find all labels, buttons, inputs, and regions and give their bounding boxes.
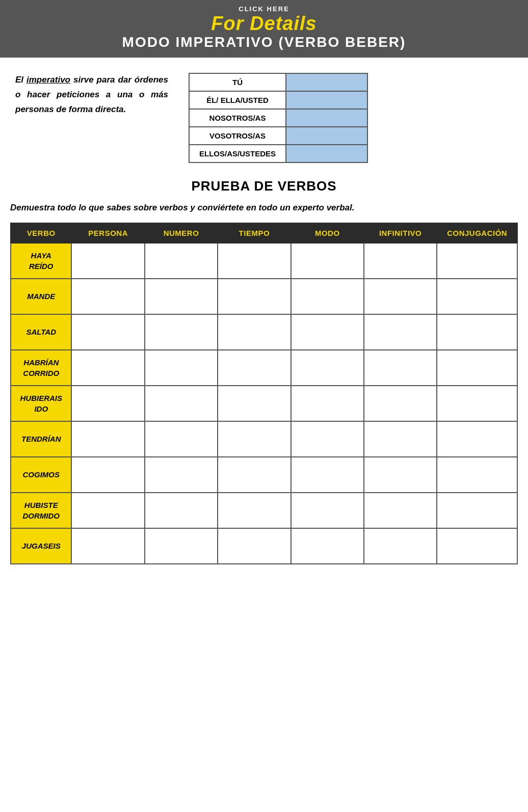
conjugation-label: TÚ bbox=[189, 73, 286, 91]
conjugation-table: TÚÉL/ ELLA/USTEDNOSOTROS/ASVOSOTROS/ASEL… bbox=[189, 73, 368, 163]
verb-cell: HUBIERAISIDO bbox=[11, 386, 71, 421]
answer-cell[interactable] bbox=[71, 314, 144, 350]
for-details-label[interactable]: For Details bbox=[0, 14, 528, 33]
answer-cell[interactable] bbox=[291, 528, 364, 564]
verb-cell: TENDRÍAN bbox=[11, 421, 71, 457]
conjugation-row: NOSOTROS/AS bbox=[189, 109, 367, 127]
answer-cell[interactable] bbox=[145, 279, 218, 314]
answer-cell[interactable] bbox=[437, 386, 517, 421]
answer-cell[interactable] bbox=[291, 421, 364, 457]
verb-cell: JUGASEIS bbox=[11, 528, 71, 564]
verb-cell: HUBISTEDORMIDO bbox=[11, 493, 71, 528]
answer-cell[interactable] bbox=[364, 457, 437, 493]
table-header-cell: MODO bbox=[291, 223, 364, 243]
answer-cell[interactable] bbox=[71, 243, 144, 279]
conjugation-row: VOSOTROS/AS bbox=[189, 127, 367, 145]
answer-cell[interactable] bbox=[218, 350, 291, 386]
verb-table: VERBOPERSONANUMEROTIEMPOMODOINFINITIVOCO… bbox=[10, 223, 518, 564]
answer-cell[interactable] bbox=[364, 243, 437, 279]
table-row: HUBIERAISIDO bbox=[11, 386, 517, 421]
answer-cell[interactable] bbox=[364, 386, 437, 421]
page-title: MODO IMPERATIVO (VERBO BEBER) bbox=[0, 34, 528, 50]
answer-cell[interactable] bbox=[364, 421, 437, 457]
answer-cell[interactable] bbox=[437, 528, 517, 564]
answer-cell[interactable] bbox=[71, 493, 144, 528]
answer-cell[interactable] bbox=[145, 457, 218, 493]
answer-cell[interactable] bbox=[71, 386, 144, 421]
answer-cell[interactable] bbox=[71, 279, 144, 314]
answer-cell[interactable] bbox=[218, 279, 291, 314]
answer-cell[interactable] bbox=[364, 314, 437, 350]
table-row: HUBISTEDORMIDO bbox=[11, 493, 517, 528]
answer-cell[interactable] bbox=[145, 314, 218, 350]
answer-cell[interactable] bbox=[364, 279, 437, 314]
intro-paragraph: El imperativo sirve para dar órdenes o h… bbox=[15, 73, 168, 117]
answer-cell[interactable] bbox=[291, 457, 364, 493]
table-header-cell: CONJUGACIÓN bbox=[437, 223, 517, 243]
answer-cell[interactable] bbox=[218, 386, 291, 421]
answer-cell[interactable] bbox=[71, 457, 144, 493]
table-header-cell: VERBO bbox=[11, 223, 71, 243]
answer-cell[interactable] bbox=[218, 421, 291, 457]
conjugation-label: ELLOS/AS/USTEDES bbox=[189, 145, 286, 163]
answer-cell[interactable] bbox=[145, 528, 218, 564]
table-header-cell: NUMERO bbox=[145, 223, 218, 243]
conjugation-label: NOSOTROS/AS bbox=[189, 109, 286, 127]
conjugation-value bbox=[286, 109, 367, 127]
prueba-title: PRUEBA DE VERBOS bbox=[10, 178, 518, 194]
answer-cell[interactable] bbox=[364, 528, 437, 564]
table-row: SALTAD bbox=[11, 314, 517, 350]
verb-cell: SALTAD bbox=[11, 314, 71, 350]
table-row: HAYAREÍDO bbox=[11, 243, 517, 279]
answer-cell[interactable] bbox=[364, 493, 437, 528]
verb-cell: HAYAREÍDO bbox=[11, 243, 71, 279]
conjugation-label: VOSOTROS/AS bbox=[189, 127, 286, 145]
answer-cell[interactable] bbox=[218, 314, 291, 350]
answer-cell[interactable] bbox=[291, 314, 364, 350]
conjugation-value bbox=[286, 91, 367, 109]
answer-cell[interactable] bbox=[71, 528, 144, 564]
click-here-label: CLICK HERE bbox=[0, 5, 528, 13]
table-row: HABRÍANCORRIDO bbox=[11, 350, 517, 386]
verb-cell: HABRÍANCORRIDO bbox=[11, 350, 71, 386]
answer-cell[interactable] bbox=[291, 493, 364, 528]
table-header-cell: PERSONA bbox=[71, 223, 144, 243]
intro-section: El imperativo sirve para dar órdenes o h… bbox=[0, 58, 528, 173]
conjugation-row: ELLOS/AS/USTEDES bbox=[189, 145, 367, 163]
answer-cell[interactable] bbox=[364, 350, 437, 386]
answer-cell[interactable] bbox=[437, 493, 517, 528]
answer-cell[interactable] bbox=[71, 350, 144, 386]
answer-cell[interactable] bbox=[437, 457, 517, 493]
answer-cell[interactable] bbox=[145, 421, 218, 457]
prueba-description: Demuestra todo lo que sabes sobre verbos… bbox=[10, 201, 518, 214]
answer-cell[interactable] bbox=[437, 350, 517, 386]
answer-cell[interactable] bbox=[437, 279, 517, 314]
answer-cell[interactable] bbox=[218, 493, 291, 528]
conjugation-value bbox=[286, 127, 367, 145]
answer-cell[interactable] bbox=[437, 421, 517, 457]
conjugation-row: TÚ bbox=[189, 73, 367, 91]
answer-cell[interactable] bbox=[145, 350, 218, 386]
table-row: COGIMOS bbox=[11, 457, 517, 493]
answer-cell[interactable] bbox=[218, 457, 291, 493]
imperativo-underline: imperativo bbox=[27, 75, 70, 85]
conjugation-value bbox=[286, 145, 367, 163]
verb-cell: MANDE bbox=[11, 279, 71, 314]
answer-cell[interactable] bbox=[145, 243, 218, 279]
table-row: TENDRÍAN bbox=[11, 421, 517, 457]
answer-cell[interactable] bbox=[218, 528, 291, 564]
answer-cell[interactable] bbox=[437, 314, 517, 350]
answer-cell[interactable] bbox=[145, 386, 218, 421]
answer-cell[interactable] bbox=[291, 350, 364, 386]
answer-cell[interactable] bbox=[437, 243, 517, 279]
answer-cell[interactable] bbox=[291, 243, 364, 279]
page-header: CLICK HERE For Details MODO IMPERATIVO (… bbox=[0, 0, 528, 58]
table-header-cell: TIEMPO bbox=[218, 223, 291, 243]
answer-cell[interactable] bbox=[218, 243, 291, 279]
table-row: JUGASEIS bbox=[11, 528, 517, 564]
answer-cell[interactable] bbox=[291, 279, 364, 314]
table-row: MANDE bbox=[11, 279, 517, 314]
answer-cell[interactable] bbox=[291, 386, 364, 421]
answer-cell[interactable] bbox=[71, 421, 144, 457]
answer-cell[interactable] bbox=[145, 493, 218, 528]
